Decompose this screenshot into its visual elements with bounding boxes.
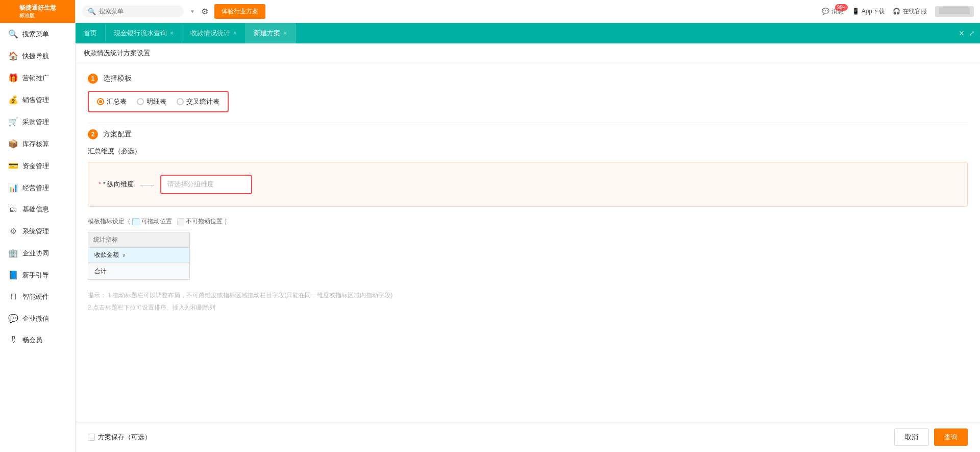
header-actions: 💬 消息 99+ 📱 App下载 🎧 在线客服 — [822, 6, 974, 17]
radio-detail-label: 明细表 — [146, 97, 166, 106]
sidebar-item-system[interactable]: ⚙ 系统管理 — [0, 220, 75, 242]
stats-col-header[interactable]: 收款金额 ∨ — [88, 248, 189, 263]
step1-header: 1 选择模板 — [88, 74, 968, 84]
step2-header: 2 方案配置 — [88, 129, 968, 139]
sidebar-item-label: 搜索菜单 — [22, 30, 49, 39]
sidebar-item-label: 畅会员 — [22, 336, 42, 345]
tab-bank-label: 现金银行流水查询 — [114, 29, 167, 38]
smart-hw-icon: 🖥 — [8, 292, 18, 301]
sidebar-item-search[interactable]: 🔍 搜索菜单 — [0, 23, 75, 45]
hint-2: 2.点击标题栏下拉可设置排序、插入列和删除列 — [88, 302, 968, 314]
step1-content: 汇总表 明细表 交叉统计表 — [88, 91, 968, 112]
purchase-icon: 🛒 — [8, 117, 18, 127]
inventory-icon: 📦 — [8, 139, 18, 149]
sidebar-item-operations[interactable]: 📊 经营管理 — [0, 177, 75, 199]
hint-1: 提示： 1.拖动标题栏可以调整布局，不可跨维度或指标区域拖动栏目字段(只能在同一… — [88, 290, 968, 301]
tab-collection-close[interactable]: × — [233, 30, 237, 37]
main-card: 1 选择模板 汇总表 明细表 — [76, 63, 980, 422]
indicators-label: 模板指标设定（ 可拖动位置 不可拖动位置 ） — [88, 217, 230, 226]
page-title-bar: 收款情况统计方案设置 — [76, 43, 980, 63]
radio-detail[interactable]: 明细表 — [137, 97, 166, 106]
system-icon: ⚙ — [8, 226, 18, 236]
query-button[interactable]: 查询 — [934, 429, 968, 446]
cancel-button[interactable]: 取消 — [894, 429, 929, 446]
tab-bar-actions: ✕ ⤢ — [953, 23, 980, 43]
step1-section: 1 选择模板 汇总表 明细表 — [88, 74, 968, 112]
tab-home[interactable]: 首页 — [76, 23, 106, 43]
step1-number: 1 — [88, 74, 98, 84]
sidebar-item-label: 智能硬件 — [22, 292, 49, 301]
sidebar-item-label: 销售管理 — [22, 96, 49, 105]
message-item[interactable]: 💬 消息 99+ — [822, 7, 844, 16]
sales-icon: 💰 — [8, 95, 18, 105]
sidebar-item-label: 快捷导航 — [22, 52, 49, 61]
dimension-select-placeholder: 请选择分组维度 — [167, 180, 214, 188]
draggable-legend-box — [132, 218, 139, 225]
tab-home-label: 首页 — [84, 29, 97, 38]
sidebar-item-corp-collab[interactable]: 🏢 企业协同 — [0, 242, 75, 264]
app-name: 畅捷通好生意 — [19, 4, 56, 12]
dimension-area: * * 纵向维度 —— 请选择分组维度 — [88, 162, 968, 207]
bottom-actions: 取消 查询 — [894, 429, 968, 446]
sidebar-item-sales[interactable]: 💰 销售管理 — [0, 89, 75, 111]
sidebar-item-label: 营销推广 — [22, 74, 49, 83]
template-radio-group: 汇总表 明细表 交叉统计表 — [88, 91, 229, 112]
search-icon: 🔍 — [88, 8, 96, 15]
tab-close-window-icon[interactable]: ✕ — [959, 29, 965, 37]
save-checkbox[interactable] — [88, 434, 95, 441]
search-area[interactable]: 🔍 — [82, 6, 184, 17]
tab-bar: 首页 现金银行流水查询 × 收款情况统计 × 新建方案 × ✕ ⤢ — [76, 23, 980, 43]
step2-title: 方案配置 — [103, 130, 132, 139]
tab-collection[interactable]: 收款情况统计 × — [182, 23, 246, 43]
industry-button[interactable]: 体验行业方案 — [214, 4, 265, 19]
vertical-dimension-label: * * 纵向维度 — [99, 180, 134, 189]
sidebar-item-inventory[interactable]: 📦 库存核算 — [0, 133, 75, 155]
sidebar-item-guide[interactable]: 📘 新手引导 — [0, 264, 75, 286]
main-area: 🔍 ▼ ⚙ 体验行业方案 💬 消息 99+ 📱 App下载 🎧 在线客服 — [76, 0, 980, 452]
search-dropdown-arrow[interactable]: ▼ — [190, 9, 195, 14]
corp-collab-icon: 🏢 — [8, 248, 18, 258]
step2-section: 2 方案配置 汇总维度（必选） * * 纵向维度 —— — [88, 129, 968, 313]
sidebar-item-corp-wechat[interactable]: 💬 企业微信 — [0, 307, 75, 329]
tab-new-plan-close[interactable]: × — [283, 30, 287, 37]
sidebar: 畅捷通好生意 标准版 🔍 搜索菜单 🏠 快捷导航 🎁 营销推广 💰 销售管理 🛒… — [0, 0, 76, 452]
hints-text: 提示： 1.拖动标题栏可以调整布局，不可跨维度或指标区域拖动栏目字段(只能在同一… — [88, 290, 968, 313]
tab-new-plan[interactable]: 新建方案 × — [246, 23, 296, 43]
tab-maximize-icon[interactable]: ⤢ — [969, 29, 975, 37]
sidebar-item-label: 基础信息 — [22, 205, 49, 214]
radio-summary-label: 汇总表 — [107, 97, 127, 106]
service-label: 在线客服 — [902, 7, 927, 16]
sidebar-item-purchase[interactable]: 🛒 采购管理 — [0, 111, 75, 133]
sidebar-item-base-info[interactable]: 🗂 基础信息 — [0, 199, 75, 220]
sidebar-item-finance[interactable]: 💳 资金管理 — [0, 155, 75, 177]
tab-collection-label: 收款情况统计 — [190, 29, 230, 38]
user-avatar[interactable] — [935, 6, 974, 17]
sidebar-item-members[interactable]: 🎖 畅会员 — [0, 329, 75, 351]
radio-summary-circle — [97, 98, 104, 105]
dimension-section-label: 汇总维度（必选） — [88, 147, 968, 156]
sidebar-item-marketing[interactable]: 🎁 营销推广 — [0, 67, 75, 89]
fixed-label: 不可拖动位置 — [186, 218, 223, 225]
message-badge: 99+ — [835, 4, 848, 11]
dimension-select[interactable]: 请选择分组维度 — [160, 175, 252, 194]
sidebar-item-quick-nav[interactable]: 🏠 快捷导航 — [0, 45, 75, 67]
radio-cross[interactable]: 交叉统计表 — [177, 97, 219, 106]
indicators-section: 模板指标设定（ 可拖动位置 不可拖动位置 ） 统计指标 — [88, 217, 968, 280]
sidebar-item-smart-hw[interactable]: 🖥 智能硬件 — [0, 286, 75, 307]
tab-bank-close[interactable]: × — [170, 30, 174, 37]
fixed-legend-box — [177, 218, 184, 225]
bottom-bar: 方案保存（可选） 取消 查询 — [76, 422, 980, 452]
service-icon: 🎧 — [893, 8, 900, 15]
service-item[interactable]: 🎧 在线客服 — [893, 7, 927, 16]
indicators-header: 模板指标设定（ 可拖动位置 不可拖动位置 ） — [88, 217, 968, 226]
gear-icon[interactable]: ⚙ — [201, 7, 208, 16]
radio-summary[interactable]: 汇总表 — [97, 97, 127, 106]
stats-col-title: 收款金额 — [94, 251, 119, 259]
stats-expand-icon[interactable]: ∨ — [122, 252, 126, 258]
tab-bank[interactable]: 现金银行流水查询 × — [106, 23, 182, 43]
sidebar-item-label: 企业微信 — [22, 314, 49, 323]
search-input[interactable] — [99, 8, 170, 15]
download-label: App下载 — [862, 7, 885, 16]
download-item[interactable]: 📱 App下载 — [852, 7, 885, 16]
members-icon: 🎖 — [8, 336, 18, 345]
